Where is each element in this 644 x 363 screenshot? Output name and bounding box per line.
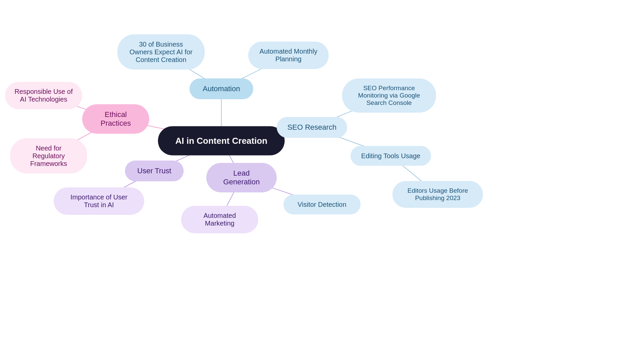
center-node[interactable]: AI in Content Creation — [158, 126, 285, 156]
business-owners-node[interactable]: 30 of Business Owners Expect AI for Cont… — [117, 35, 205, 70]
lead-generation-node[interactable]: Lead Generation — [206, 163, 277, 192]
responsible-use-node[interactable]: Responsible Use of AI Technologies — [5, 82, 82, 109]
editors-usage-node[interactable]: Editors Usage Before Publishing 2023 — [392, 181, 483, 208]
seo-performance-node[interactable]: SEO Performance Monitoring via Google Se… — [342, 78, 436, 113]
visitor-detection-node[interactable]: Visitor Detection — [283, 195, 361, 215]
regulatory-node[interactable]: Need for Regulatory Frameworks — [10, 138, 87, 174]
editing-tools-node[interactable]: Editing Tools Usage — [351, 146, 431, 166]
user-trust-node[interactable]: User Trust — [125, 161, 184, 181]
automated-marketing-node[interactable]: Automated Marketing — [181, 206, 258, 233]
ethical-practices-node[interactable]: Ethical Practices — [82, 104, 149, 134]
automated-monthly-node[interactable]: Automated Monthly Planning — [248, 42, 329, 69]
seo-research-node[interactable]: SEO Research — [277, 117, 347, 138]
automation-node[interactable]: Automation — [190, 78, 253, 99]
importance-user-trust-node[interactable]: Importance of User Trust in AI — [54, 187, 144, 215]
